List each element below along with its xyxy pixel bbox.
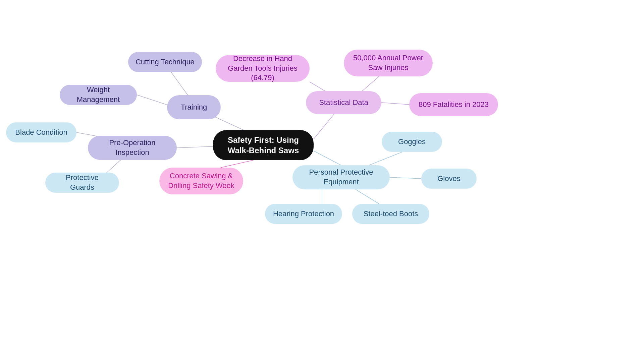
protective-guards-node: Protective Guards bbox=[45, 173, 119, 193]
pre-operation-node: Pre-Operation Inspection bbox=[88, 136, 177, 160]
gloves-node: Gloves bbox=[421, 169, 477, 189]
weight-management-node: Weight Management bbox=[60, 85, 137, 105]
svg-line-11 bbox=[314, 151, 341, 165]
steel-toed-boots-node: Steel-toed Boots bbox=[352, 204, 429, 224]
annual-powersaw-node: 50,000 Annual Power Saw Injuries bbox=[344, 50, 433, 76]
svg-line-6 bbox=[221, 160, 253, 168]
ppe-node: Personal Protective Equipment bbox=[292, 165, 390, 189]
training-node: Training bbox=[167, 95, 221, 119]
concrete-sawing-node: Concrete Sawing & Drilling Safety Week bbox=[159, 168, 243, 194]
blade-condition-node: Blade Condition bbox=[6, 122, 76, 142]
center-node: Safety First: Using Walk-Behind Saws bbox=[213, 130, 314, 160]
decrease-injuries-node: Decrease in Hand Garden Tools Injuries (… bbox=[216, 55, 310, 82]
goggles-node: Goggles bbox=[382, 132, 442, 152]
statistical-data-node: Statistical Data bbox=[306, 91, 381, 114]
svg-line-10 bbox=[381, 103, 409, 105]
svg-line-12 bbox=[369, 152, 402, 165]
svg-line-13 bbox=[390, 177, 421, 179]
svg-line-1 bbox=[171, 72, 188, 95]
fatalities-node: 809 Fatalities in 2023 bbox=[409, 93, 498, 116]
cutting-technique-node: Cutting Technique bbox=[128, 52, 202, 72]
hearing-protection-node: Hearing Protection bbox=[265, 204, 342, 224]
svg-line-15 bbox=[356, 189, 379, 204]
